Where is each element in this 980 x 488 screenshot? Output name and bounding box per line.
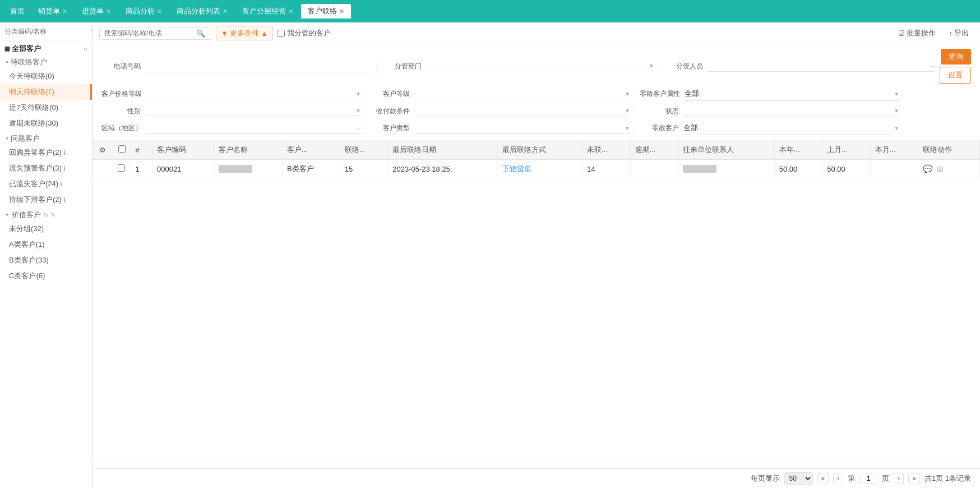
customer-value-label: 客户价格等级 <box>101 89 142 99</box>
search-icon[interactable]: 🔍 <box>196 29 205 38</box>
col-code[interactable]: 客户编码 <box>152 140 214 160</box>
more-conditions-btn[interactable]: ▼ 更多条件 ▲ <box>216 26 273 40</box>
last-page-btn[interactable]: » <box>908 473 920 484</box>
status-select[interactable]: ▼ <box>683 106 899 116</box>
sidebar: 🔍 全部客户 « 待联络客户 今天待联络(0) 明天待联络(1) 近7天待联络(… <box>0 22 93 488</box>
settings-icon[interactable]: ⚙ <box>99 146 106 154</box>
close-product-analysis-icon[interactable]: ✕ <box>157 8 162 15</box>
customer-type-select[interactable]: ▼ <box>414 123 630 133</box>
row-checkbox[interactable] <box>118 164 125 172</box>
advanced-filter-panel: 电话号码 分管部门 ▼ 分管人员 ··· <box>93 44 980 140</box>
retail-customer-select[interactable]: 全部 ▼ <box>683 121 899 135</box>
select-all-checkbox[interactable] <box>118 145 126 153</box>
customer-value-select[interactable]: ▼ <box>146 89 361 99</box>
person-select[interactable]: ··· <box>708 61 935 72</box>
per-page-label: 每页显示 <box>751 473 780 484</box>
col-last-month[interactable]: 上月... <box>822 140 871 160</box>
retail-attr-field: 零散客户属性 全部 ▼ <box>640 87 899 101</box>
close-product-analysis-list-icon[interactable]: ✕ <box>223 8 228 15</box>
close-salesorder-icon[interactable]: ✕ <box>62 8 67 15</box>
col-overdue[interactable]: 逾期... <box>630 140 678 160</box>
payment-select[interactable]: ▼ <box>414 106 630 116</box>
more-action-icon[interactable]: ⊞ <box>937 164 944 173</box>
sidebar-item-today-contact[interactable]: 今天待联络(0) <box>0 68 92 84</box>
prev-page-btn[interactable]: ‹ <box>833 473 843 484</box>
region-field: 区域（地区） ··· <box>101 123 361 133</box>
cv-chevron-icon: ▼ <box>355 91 361 97</box>
customer-grade-select[interactable]: ▼ <box>414 89 630 99</box>
sidebar-item-declining[interactable]: 持续下滑客户(2) ℹ <box>0 192 92 208</box>
retail-attr-select[interactable]: 全部 ▼ <box>685 87 899 101</box>
my-customers-checkbox[interactable]: 我分管的客户 <box>278 28 331 38</box>
region-more-icon[interactable]: ··· <box>356 125 361 131</box>
nav-home[interactable]: 首页 <box>4 4 30 19</box>
setting-button[interactable]: 设置 <box>940 67 971 84</box>
gender-select[interactable]: ▼ <box>145 106 361 116</box>
person-more-icon[interactable]: ··· <box>930 63 935 70</box>
my-customers-check[interactable] <box>278 30 285 37</box>
col-check[interactable] <box>113 140 131 160</box>
col-last-method[interactable]: 最后联络方式 <box>498 140 583 160</box>
cell-unit-contacts <box>678 160 775 178</box>
sidebar-item-churn-warning[interactable]: 流失预警客户(3) ℹ <box>0 160 92 176</box>
sidebar-item-class-a[interactable]: A类客户(1) <box>0 237 92 252</box>
close-customer-contact-icon[interactable]: ✕ <box>339 8 344 15</box>
per-page-select[interactable]: 50 20 100 <box>784 472 813 485</box>
cell-last-method[interactable]: 下销货单 <box>498 160 583 178</box>
contact-action-icon[interactable]: 💬 <box>923 164 932 173</box>
last-method-link[interactable]: 下销货单 <box>502 164 531 173</box>
cell-check[interactable] <box>113 160 131 178</box>
info-icon-abnormal: ℹ <box>63 149 66 156</box>
cell-code[interactable]: 000021 <box>152 160 214 178</box>
query-button[interactable]: 查询 <box>941 49 971 65</box>
col-settings[interactable]: ⚙ <box>93 140 113 160</box>
col-unit-contacts[interactable]: 往来单位联系人 <box>678 140 775 160</box>
sidebar-item-unclassified[interactable]: 未分组(32) <box>0 221 92 237</box>
next-page-btn[interactable]: › <box>894 473 904 484</box>
batch-ops-btn[interactable]: ☑ 批量操作 <box>894 26 940 40</box>
nav-salesorder[interactable]: 销货单 ✕ <box>31 4 74 19</box>
phone-label: 电话号码 <box>101 62 141 71</box>
edit-value-icon[interactable]: ✎ <box>50 211 56 219</box>
close-customer-tier-icon[interactable]: ✕ <box>288 8 293 15</box>
sidebar-item-abnormal-repurchase[interactable]: 回购异常客户(2) ℹ <box>0 145 92 160</box>
sidebar-item-class-c[interactable]: C类客户(6) <box>0 268 92 284</box>
person-label: 分管人员 <box>664 62 703 71</box>
page-input[interactable] <box>859 473 877 484</box>
region-select[interactable]: ··· <box>146 123 361 133</box>
horizontal-scroll-area[interactable] <box>93 462 980 468</box>
gender-label: 性别 <box>101 107 141 116</box>
sidebar-search-input[interactable] <box>4 27 89 35</box>
nav-product-analysis[interactable]: 商品分析 ✕ <box>119 4 169 19</box>
col-uncontacted[interactable]: 未联... <box>583 140 631 160</box>
sidebar-item-tomorrow-contact[interactable]: 明天待联络(1) <box>0 84 92 100</box>
col-type[interactable]: 客户... <box>282 140 340 160</box>
cell-name <box>214 160 282 178</box>
col-name[interactable]: 客户名称 <box>214 140 282 160</box>
col-this-year[interactable]: 本年... <box>774 140 822 160</box>
search-input[interactable] <box>104 29 194 37</box>
filter-icon: ▼ <box>221 29 228 38</box>
gender-chevron-icon: ▼ <box>355 108 361 114</box>
phone-field: 电话号码 <box>101 61 373 72</box>
search-box[interactable]: 🔍 <box>99 27 211 40</box>
export-btn[interactable]: ↑ 导出 <box>945 26 974 40</box>
col-contacts[interactable]: 联络... <box>340 140 388 160</box>
nav-product-analysis-list[interactable]: 商品分析列表 ✕ <box>170 4 234 19</box>
customer-table: ⚙ # 客户编码 客户名称 客户... <box>93 140 980 178</box>
first-page-btn[interactable]: « <box>817 473 829 484</box>
nav-customer-contact[interactable]: 客户联络 ✕ <box>301 4 351 19</box>
col-last-date[interactable]: 最后联络日期 <box>388 140 498 160</box>
sidebar-item-overdue-contact[interactable]: 逾期未联络(30) <box>0 116 92 131</box>
sidebar-collapse-icon[interactable]: « <box>84 45 87 53</box>
col-this-month[interactable]: 本月... <box>870 140 918 160</box>
phone-input[interactable] <box>145 61 373 72</box>
nav-purchaseorder[interactable]: 进货单 ✕ <box>75 4 118 19</box>
close-purchaseorder-icon[interactable]: ✕ <box>106 8 111 15</box>
dept-select[interactable]: ▼ <box>426 61 654 71</box>
refresh-value-icon[interactable]: ↻ <box>43 211 48 219</box>
sidebar-item-7days-contact[interactable]: 近7天待联络(0) <box>0 100 92 116</box>
sidebar-item-churned[interactable]: 已流失客户(24) ℹ <box>0 176 92 192</box>
sidebar-item-class-b[interactable]: B类客户(33) <box>0 252 92 268</box>
nav-customer-tier[interactable]: 客户分层经营 ✕ <box>235 4 300 19</box>
